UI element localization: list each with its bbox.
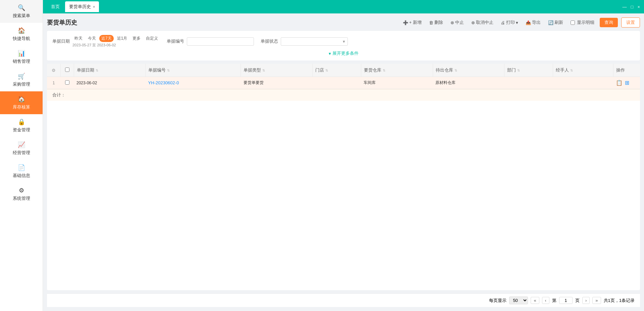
row-bill-no: YH-20230602-0	[146, 77, 241, 89]
date-filter-label: 单据日期	[52, 38, 70, 44]
shortcut-7days[interactable]: 近7天	[99, 35, 114, 42]
expand-label: 展开更多条件	[332, 50, 359, 56]
row-edit-button[interactable]: 📋	[616, 80, 623, 86]
sidebar-item-label: 销售管理	[13, 58, 30, 64]
new-icon: ➕	[403, 20, 408, 25]
total-label: 合计：	[52, 92, 65, 97]
date-shortcuts: 昨天 今天 近7天 近1月 更多 自定义	[72, 35, 160, 42]
sidebar-item-label: 快捷导航	[13, 36, 30, 42]
tab-home[interactable]: 首页	[47, 1, 64, 12]
expand-more-button[interactable]: ▾ 展开更多条件	[329, 50, 359, 56]
main-area: 首页 要货单历史 × — □ × 要货单历史 ➕ + 新增 🗑 删除	[43, 0, 644, 311]
th-department: 部门 ⇅	[504, 64, 553, 77]
th-date: 单据日期 ⇅	[74, 64, 146, 77]
settings-button[interactable]: 设置	[621, 17, 640, 28]
sidebar-item-finance[interactable]: 🔒 资金管理	[0, 114, 43, 137]
sidebar-item-operations[interactable]: 📈 经营管理	[0, 137, 43, 160]
sales-icon: 📊	[18, 50, 25, 57]
stop-label: 中止	[455, 19, 464, 26]
sort-outwarehouse-icon[interactable]: ⇅	[454, 69, 457, 72]
row-checkbox[interactable]	[65, 80, 69, 85]
sort-billno-icon[interactable]: ⇅	[167, 69, 170, 72]
table-footer: 合计：	[47, 89, 640, 101]
row-settings: 1	[47, 77, 60, 89]
sidebar-item-label: 库存核算	[13, 104, 30, 110]
query-label: 查询	[604, 19, 613, 26]
row-bill-type: 要货单要货	[241, 77, 313, 89]
row-handler	[553, 77, 613, 89]
query-button[interactable]: 查询	[600, 18, 618, 27]
sidebar-item-label: 系统管理	[13, 195, 30, 202]
filter-row: 单据日期 昨天 今天 近7天 近1月 更多 自定义 2023-05-27 至 2…	[52, 35, 635, 48]
page-size-label: 每页显示	[489, 298, 506, 304]
expand-more-section: ▾ 展开更多条件	[52, 50, 635, 56]
table-row: 1 2023-06-02 YH-20230602-0 要货单要货 车间库 原材料…	[47, 77, 640, 89]
tab-close-button[interactable]: ×	[93, 5, 95, 9]
maximize-icon[interactable]: □	[631, 4, 634, 9]
basic-info-icon: 📄	[18, 164, 25, 171]
row-bill-no-link[interactable]: YH-20230602-0	[148, 80, 179, 85]
sort-billtype-icon[interactable]: ⇅	[262, 69, 265, 72]
export-button[interactable]: 📤 导出	[524, 18, 543, 27]
refresh-button[interactable]: 🔄 刷新	[546, 18, 565, 27]
sidebar-item-sales[interactable]: 📊 销售管理	[0, 46, 43, 69]
shortcut-1month[interactable]: 近1月	[115, 35, 129, 42]
shortcut-today[interactable]: 今天	[86, 35, 98, 42]
display-detail-checkbox[interactable]	[571, 20, 575, 25]
sidebar-item-basic-info[interactable]: 📄 基础信息	[0, 160, 43, 183]
window-close-icon[interactable]: ×	[637, 4, 640, 9]
cancel-stop-button[interactable]: ⊗ 取消中止	[469, 18, 495, 27]
page-number-input[interactable]	[559, 297, 573, 304]
sort-handler-icon[interactable]: ⇅	[570, 69, 573, 72]
tab-active-label: 要货单历史	[69, 4, 91, 10]
sidebar: 🔍 搜索菜单 🏠 快捷导航 📊 销售管理 🛒 采购管理 🏠 库存核算 🔒 资金管…	[0, 0, 43, 311]
minimize-icon[interactable]: —	[623, 4, 627, 9]
content-area: 要货单历史 ➕ + 新增 🗑 删除 ⊗ 中止 ⊗ 取消中止	[43, 13, 644, 311]
column-settings-icon[interactable]: ⚙	[52, 68, 56, 73]
bill-no-input[interactable]	[187, 37, 254, 46]
th-settings: ⚙	[47, 64, 60, 77]
page-size-select[interactable]: 50 100 200	[509, 297, 528, 304]
display-detail-button[interactable]: 显示明细	[569, 18, 596, 27]
delete-label: 删除	[434, 19, 443, 26]
th-out-warehouse: 待出仓库 ⇅	[433, 64, 504, 77]
shortcut-custom[interactable]: 自定义	[144, 35, 160, 42]
shortcut-more[interactable]: 更多	[130, 35, 143, 42]
th-req-warehouse: 要货仓库 ⇅	[361, 64, 433, 77]
stop-button[interactable]: ⊗ 中止	[448, 18, 466, 27]
sidebar-item-inventory[interactable]: 🏠 库存核算	[0, 91, 43, 114]
sort-date-icon[interactable]: ⇅	[96, 69, 98, 72]
tab-active[interactable]: 要货单历史 ×	[65, 1, 99, 12]
last-page-button[interactable]: »	[592, 297, 601, 304]
prev-page-button[interactable]: ‹	[542, 297, 549, 304]
first-page-button[interactable]: «	[531, 297, 539, 304]
sort-reqwarehouse-icon[interactable]: ⇅	[383, 69, 385, 72]
settings-label: 设置	[626, 19, 635, 26]
print-button[interactable]: 🖨 打印 ▾	[499, 18, 520, 27]
date-range-display: 2023-05-27 至 2023-06-02	[72, 43, 160, 48]
finance-icon: 🔒	[18, 118, 25, 126]
toolbar: ➕ + 新增 🗑 删除 ⊗ 中止 ⊗ 取消中止 🖨 打印	[401, 17, 640, 28]
status-select[interactable]	[281, 37, 348, 46]
delete-button[interactable]: 🗑 删除	[427, 18, 445, 27]
sidebar-item-quick-nav[interactable]: 🏠 快捷导航	[0, 23, 43, 46]
sidebar-item-search-menu[interactable]: 🔍 搜索菜单	[0, 0, 43, 23]
search-menu-icon: 🔍	[18, 4, 25, 11]
sidebar-item-system[interactable]: ⚙ 系统管理	[0, 183, 43, 206]
tab-home-label: 首页	[51, 4, 60, 10]
shortcut-yesterday[interactable]: 昨天	[72, 35, 85, 42]
sidebar-item-purchase[interactable]: 🛒 采购管理	[0, 69, 43, 91]
table-header-row: ⚙ 单据日期 ⇅ 单据编号	[47, 64, 640, 77]
page-header: 要货单历史 ➕ + 新增 🗑 删除 ⊗ 中止 ⊗ 取消中止	[47, 17, 640, 28]
sort-store-icon[interactable]: ⇅	[325, 69, 328, 72]
row-department	[504, 77, 553, 89]
filter-bill-no: 单据编号	[167, 37, 254, 46]
select-all-checkbox[interactable]	[65, 68, 69, 72]
system-icon: ⚙	[19, 187, 24, 194]
row-out-warehouse: 原材料仓库	[433, 77, 504, 89]
sort-department-icon[interactable]: ⇅	[517, 69, 520, 72]
new-button[interactable]: ➕ + 新增	[401, 18, 424, 27]
sidebar-item-label: 资金管理	[13, 127, 30, 133]
row-detail-button[interactable]: ⊞	[625, 80, 629, 86]
next-page-button[interactable]: ›	[582, 297, 590, 304]
